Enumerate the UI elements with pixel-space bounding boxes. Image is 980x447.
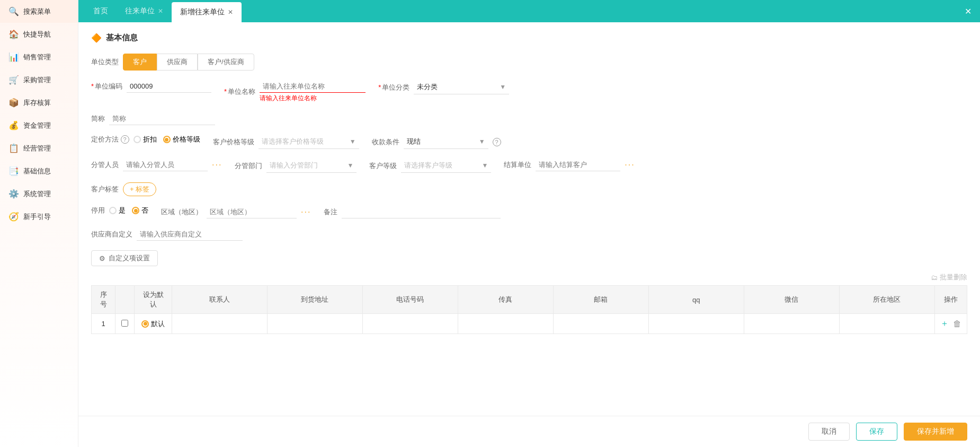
finance-icon: 💰 xyxy=(8,120,19,130)
short-name-input[interactable] xyxy=(109,112,215,125)
cell-address[interactable] xyxy=(267,314,362,334)
batch-delete-label[interactable]: 批量删除 xyxy=(940,273,967,282)
row-delete-button[interactable]: 🗑 xyxy=(953,319,961,329)
tab-home[interactable]: 首页 xyxy=(85,0,117,22)
sidebar-item-search[interactable]: 🔍 搜索菜单 xyxy=(0,0,78,23)
customer-level-select[interactable]: 请选择客户等级 ▼ xyxy=(401,159,491,173)
pricing-method-group: 定价方法 ? 折扣 价格等级 xyxy=(91,135,200,144)
settlement-unit-label: 结算单位 xyxy=(504,160,531,170)
cell-checkbox[interactable] xyxy=(115,314,135,334)
cell-region[interactable] xyxy=(839,314,934,334)
unit-category-arrow: ▼ xyxy=(500,83,506,91)
payment-terms-label: 收款条件 xyxy=(372,137,399,147)
col-region: 所在地区 xyxy=(839,286,934,314)
region-more-btn[interactable]: ··· xyxy=(301,207,311,217)
save-button[interactable]: 保存 xyxy=(856,423,897,441)
radio-disabled-yes[interactable]: 是 xyxy=(109,206,126,215)
section-header: 🔶 基本信息 xyxy=(91,33,967,43)
manager-label: 分管人员 xyxy=(91,160,119,170)
main-close-button[interactable]: ✕ xyxy=(965,6,972,16)
radio-discount[interactable]: 折扣 xyxy=(133,135,157,144)
cell-contact[interactable] xyxy=(172,314,267,334)
unit-type-row: 单位类型 客户 供应商 客户/供应商 xyxy=(91,54,967,71)
col-qq: qq xyxy=(648,286,744,314)
tab-partners-close[interactable]: ✕ xyxy=(158,7,163,15)
pricing-radio-group: 折扣 价格等级 xyxy=(133,135,200,144)
type-btn-supplier[interactable]: 供应商 xyxy=(157,54,198,71)
type-btn-customer[interactable]: 客户 xyxy=(123,54,157,71)
phone-input[interactable] xyxy=(368,318,452,330)
row-add-button[interactable]: ＋ xyxy=(940,318,949,329)
custom-settings-button[interactable]: ⚙ 自定义项设置 xyxy=(91,250,158,266)
tab-new-partner[interactable]: 新增往来单位 ✕ xyxy=(172,2,242,22)
system-icon: ⚙️ xyxy=(8,189,19,199)
cell-default: 默认 xyxy=(135,314,172,334)
contacts-table: 序号 设为默认 联系人 到货地址 电话号码 传真 邮箱 qq 微信 所在地区 操… xyxy=(91,285,967,334)
remarks-group: 备注 xyxy=(324,206,501,218)
supplier-custom-input[interactable] xyxy=(137,228,243,241)
unit-type-buttons: 客户 供应商 客户/供应商 xyxy=(123,54,254,71)
sidebar-item-sales[interactable]: 📊 销售管理 xyxy=(0,46,78,68)
col-contact: 联系人 xyxy=(172,286,267,314)
supplier-custom-group: 供应商自定义 xyxy=(91,228,243,241)
supplier-custom-row: 供应商自定义 xyxy=(91,228,967,241)
department-label: 分管部门 xyxy=(235,161,262,171)
sidebar-item-system[interactable]: ⚙️ 系统管理 xyxy=(0,182,78,205)
customer-price-level-select[interactable]: 请选择客户价格等级 ▼ xyxy=(259,135,359,149)
cancel-button[interactable]: 取消 xyxy=(808,423,850,441)
sidebar-item-finance[interactable]: 💰 资金管理 xyxy=(0,114,78,137)
region-table-input[interactable] xyxy=(845,318,929,330)
cell-email[interactable] xyxy=(553,314,648,334)
department-select[interactable]: 请输入分管部门 ▼ xyxy=(266,159,357,173)
contact-input[interactable] xyxy=(177,318,262,330)
wechat-input[interactable] xyxy=(750,318,834,330)
customer-price-level-group: 客户价格等级 请选择客户价格等级 ▼ xyxy=(213,135,359,149)
region-label: 区域（地区） xyxy=(161,207,202,217)
region-input[interactable] xyxy=(207,206,297,218)
manager-input[interactable] xyxy=(123,159,208,171)
tags-label: 客户标签 xyxy=(91,185,119,194)
sidebar-item-purchase[interactable]: 🛒 采购管理 xyxy=(0,68,78,91)
col-default: 设为默认 xyxy=(135,286,172,314)
manager-more-btn[interactable]: ··· xyxy=(212,160,222,170)
default-radio[interactable]: 默认 xyxy=(140,319,166,329)
unit-category-label: *单位分类 xyxy=(378,83,409,92)
type-btn-both[interactable]: 客户/供应商 xyxy=(198,54,254,71)
short-name-group: 简称 xyxy=(91,112,215,125)
table-header-row: 序号 设为默认 联系人 到货地址 电话号码 传真 邮箱 qq 微信 所在地区 操… xyxy=(92,286,967,314)
settings-gear-icon: ⚙ xyxy=(99,255,105,262)
sidebar-item-newguide[interactable]: 🧭 新手引导 xyxy=(0,205,78,228)
tab-new-partner-close[interactable]: ✕ xyxy=(228,8,233,16)
unit-name-input[interactable] xyxy=(260,80,366,93)
cell-fax[interactable] xyxy=(458,314,553,334)
main-area: 首页 往来单位 ✕ 新增往来单位 ✕ ✕ 🔶 基本信息 单位类型 客户 供应商 … xyxy=(78,0,980,447)
payment-help-icon[interactable]: ? xyxy=(493,138,501,146)
basic-icon: 📑 xyxy=(8,166,19,176)
unit-category-select[interactable]: 未分类 ▼ xyxy=(414,80,509,94)
radio-price-level[interactable]: 价格等级 xyxy=(163,135,200,144)
cell-qq[interactable] xyxy=(648,314,744,334)
add-tag-button[interactable]: + 标签 xyxy=(123,182,156,196)
payment-terms-select[interactable]: 现结 ▼ xyxy=(404,135,488,149)
settlement-unit-more-btn[interactable]: ··· xyxy=(625,160,635,170)
settlement-unit-input[interactable] xyxy=(536,159,620,171)
remarks-input[interactable] xyxy=(342,206,501,218)
tab-partners[interactable]: 往来单位 ✕ xyxy=(117,0,172,22)
row-checkbox[interactable] xyxy=(121,320,128,327)
cell-wechat[interactable] xyxy=(744,314,839,334)
address-input[interactable] xyxy=(273,318,357,330)
sidebar-item-inventory[interactable]: 📦 库存核算 xyxy=(0,91,78,114)
cell-phone[interactable] xyxy=(362,314,458,334)
radio-disabled-no-circle xyxy=(132,207,139,214)
batch-delete-icon: 🗂 xyxy=(931,274,938,282)
qq-input[interactable] xyxy=(654,318,738,330)
unit-code-input[interactable] xyxy=(127,80,211,93)
pricing-help-icon[interactable]: ? xyxy=(121,135,129,144)
radio-disabled-no[interactable]: 否 xyxy=(132,206,148,215)
sidebar-item-operations[interactable]: 📋 经营管理 xyxy=(0,137,78,160)
sidebar-item-quicknav[interactable]: 🏠 快捷导航 xyxy=(0,23,78,46)
save-new-button[interactable]: 保存并新增 xyxy=(904,423,967,441)
fax-input[interactable] xyxy=(464,318,548,330)
email-input[interactable] xyxy=(559,318,643,330)
sidebar-item-basic[interactable]: 📑 基础信息 xyxy=(0,160,78,182)
